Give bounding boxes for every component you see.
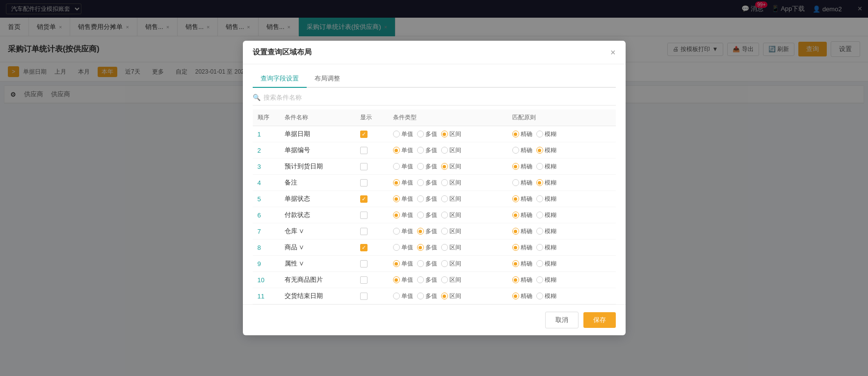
modal-header: 设置查询区域布局 ×: [243, 41, 626, 64]
modal-tab-layout[interactable]: 布局调整: [307, 70, 348, 88]
modal-search-bar: 🔍: [253, 94, 616, 106]
modal-title: 设置查询区域布局: [253, 48, 312, 57]
modal-overlay: 设置查询区域布局 × 查询字段设置 布局调整 🔍 顺序 条件名称 显示: [0, 0, 868, 107]
modal-dialog: 设置查询区域布局 × 查询字段设置 布局调整 🔍 顺序 条件名称 显示: [243, 41, 626, 107]
modal-tab-bar: 查询字段设置 布局调整: [253, 70, 616, 88]
modal-body: 查询字段设置 布局调整 🔍 顺序 条件名称 显示 条件类型 匹配原则: [243, 64, 626, 107]
modal-tab-query-fields[interactable]: 查询字段设置: [253, 70, 307, 88]
search-icon: 🔍: [253, 94, 261, 101]
modal-close-button[interactable]: ×: [610, 48, 616, 57]
search-input[interactable]: [263, 94, 362, 101]
